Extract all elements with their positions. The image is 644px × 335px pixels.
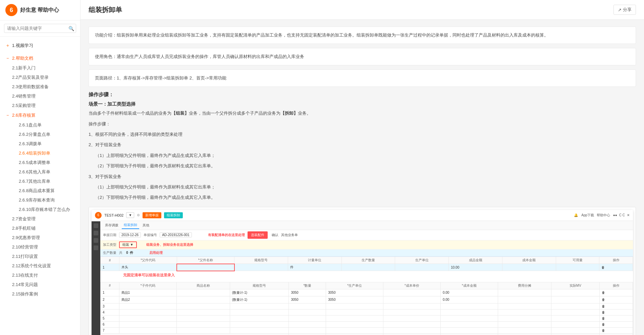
assembly-step2: （2）下部明细为子件明细，最终作为原材料生成其它出库单。 <box>95 162 636 170</box>
table-row-bottom-4: 4🗑 <box>101 309 633 315</box>
sidebar-item-purchase[interactable]: 2.5采购管理 <box>0 101 80 110</box>
nav-section-1: ＋ 1.视频学习 <box>0 39 80 52</box>
sidebar-nav: ＋ 1.视频学习 － 2.帮助文档 2.1新手入门 2.2产品安装及登录 2.3… <box>0 37 80 335</box>
mock-titlebar-right: 🔔 App下载 帮助中心 ●● C C ✕ <box>574 213 630 218</box>
table-row-bottom-3: 3🗑 <box>101 303 633 309</box>
sidebar-item-label-2: 2.帮助文档 <box>12 55 33 61</box>
mock-type-select[interactable]: 组装 ▼ <box>119 241 137 248</box>
main-content: 功能介绍：组装拆卸单用来处理企业组装或拆卸等加工业务，支持有固定装配清单的产品加… <box>80 20 644 335</box>
sidebar-item-sales[interactable]: 2.4销售管理 <box>0 92 80 101</box>
sidebar-item-data-prep[interactable]: 2.3使用前数据准备 <box>0 82 80 92</box>
annotation-no-bom: 无固定清单可以组装在这里录入 <box>123 273 175 278</box>
sidebar-item-payment[interactable]: 2.13在线支付 <box>0 271 80 280</box>
sidebar-item-help-docs[interactable]: － 2.帮助文档 <box>0 53 80 63</box>
mock-tab-assembly-active[interactable]: 组装拆卸 <box>122 222 139 229</box>
mock-prod-header: 生产数量 共 0 件 启用处理 <box>100 249 633 257</box>
sidebar-item-inventory-error[interactable]: 2.6.10库存账本错了怎么办 <box>7 205 80 214</box>
sidebar-item-inventory-query[interactable]: 2.6.9库存账本查询 <box>7 196 80 205</box>
mock-user-cc: C C <box>619 213 625 217</box>
step3: 3、对于拆装业务 <box>89 173 636 180</box>
mock-form-area: 库存调拨 组装拆卸 其他 单据日期 2019-12-26 单据编号 AD-201… <box>100 221 633 335</box>
mock-add-btn[interactable]: 新增单据 <box>143 212 161 218</box>
sidebar-item-other-in[interactable]: 2.6.6其他入库单 <box>7 167 80 177</box>
mock-tab-other[interactable]: 其他 <box>141 222 151 229</box>
scene1-title: 场景一：加工类型选择 <box>89 101 636 107</box>
sidebar-item-inventory[interactable]: － 2.6库存核算 <box>0 110 80 120</box>
mock-date-input[interactable]: 2019-12-26 <box>119 232 141 237</box>
sidebar-item-print[interactable]: 2.11打印设置 <box>0 252 80 261</box>
mock-form-label-date: 单据日期 <box>103 233 116 237</box>
mock-select-bom-btn[interactable]: 选装配件 <box>248 231 268 239</box>
main-header: 组装拆卸单 ↗ 分享 <box>80 0 644 20</box>
mock-close[interactable]: ✕ <box>627 213 630 217</box>
main-content-area: 组装拆卸单 ↗ 分享 功能介绍：组装拆卸单用来处理企业组装或拆卸等加工业务，支持… <box>80 0 644 335</box>
scene1-desc: 当由多个子件材料组装成一个成品的业务为【组装】业务，当由一个父件拆分成多个子产品… <box>89 109 636 117</box>
sidebar-item-video[interactable]: ＋ 1.视频学习 <box>0 41 80 51</box>
sidebar-item-coupon[interactable]: 2.9优惠券管理 <box>0 233 80 242</box>
mock-nav-icon-3 <box>94 238 98 243</box>
nav-sub-items-2: 2.1新手入门 2.2产品安装及登录 2.3使用前数据准备 2.4销售管理 2.… <box>0 63 80 299</box>
assembly-step1: （1）上部明细为父件明细，最终作为产成品生成其它入库单； <box>95 152 636 159</box>
nav-sub-items-26: 2.6.1盘点单 2.6.2分量盘点单 2.6.3调拨单 2.6.4组装拆卸单 … <box>0 120 80 214</box>
mock-th-actions: 操作 <box>599 257 633 264</box>
disassembly-step2: （2）下部明细为子件明细，最终作为产成品生成其它入库单。 <box>95 193 636 201</box>
steps-title-text: 操作步骤： <box>89 120 636 128</box>
share-icon: ↗ <box>618 7 622 12</box>
mock-form-fields: 单据日期 2019-12-26 单据编号 AD-20191226-001 有装配… <box>100 230 633 240</box>
sidebar-item-cost-recalc[interactable]: 2.6.8商品成本重算 <box>7 186 80 196</box>
step2: 2、对于组装业务 <box>89 141 636 149</box>
share-button[interactable]: ↗ 分享 <box>613 5 636 15</box>
sidebar-item-mobile[interactable]: 2.8手机旺铺 <box>0 224 80 233</box>
sidebar-item-assembly[interactable]: 2.6.4组装拆卸单 <box>7 149 80 158</box>
mock-settings-icon: ⚙ <box>137 213 140 217</box>
step1: 1、根据不同的业务，选择不同单据的类型来处理 <box>89 130 636 138</box>
sidebar-item-other-out[interactable]: 2.6.7其他出库单 <box>7 177 80 186</box>
sidebar-item-partial-stocktake[interactable]: 2.6.2分量盘点单 <box>7 130 80 139</box>
mock-tab-active[interactable]: 组装拆卸 <box>164 212 183 218</box>
nav-section-2: － 2.帮助文档 2.1新手入门 2.2产品安装及登录 2.3使用前数据准备 2… <box>0 52 80 300</box>
function-intro-block: 功能介绍：组装拆卸单用来处理企业组装或拆卸等加工业务，支持有固定装配清单的产品加… <box>89 26 636 44</box>
mock-th-unit: 计量单位 <box>288 257 341 264</box>
site-title: 好生意 帮助中心 <box>20 7 59 14</box>
annotation-bom: 有装配清单的在这里处理 <box>208 233 245 237</box>
operation-steps-title: 操作步骤： <box>89 92 636 98</box>
plus-icon-1: ＋ <box>5 43 10 49</box>
sidebar-item-transfer[interactable]: 2.6.3调拨单 <box>7 139 80 149</box>
sidebar-item-stocktake[interactable]: 2.6.1盘点单 <box>7 120 80 130</box>
mock-prod-label: 生产数量 共 <box>103 250 123 255</box>
mock-top-table-wrapper: # *父件代码 *父件名称 规格型号 计量单位 生产数量 生产单位 成品金额 成… <box>100 257 633 271</box>
sidebar-item-faq[interactable]: 2.14常见问题 <box>0 280 80 289</box>
role-intro-text: 使用角色：通常由生产人员或库管人员完成拆装业务的操作，库管人员确认原材料的出库和… <box>95 54 304 59</box>
table-row-bottom-5: 5🗑 <box>101 315 633 321</box>
page-title: 组装拆卸单 <box>89 5 122 14</box>
assembly-sub-steps: （1）上部明细为父件明细，最终作为产成品生成其它入库单； （2）下部明细为子件明… <box>95 152 636 170</box>
mock-th-costamt: 成本金额 <box>502 257 556 264</box>
sidebar-item-cases[interactable]: 2.15操作案例 <box>0 289 80 299</box>
mock-nav-icon-1 <box>94 223 98 228</box>
table-row-bottom-6: 6🗑 <box>101 321 633 327</box>
mock-company: TEST-H002 <box>104 213 123 217</box>
table-row-bottom-1: 1 商品1 (数量计-1) 3050 3050 0.00 <box>101 289 633 296</box>
mock-logo: 6 <box>95 212 102 219</box>
search-button[interactable]: 🔍 <box>68 26 74 31</box>
mock-bottom-table-wrapper: # *子件代码 商品名称 规格型号 *数量 *生产单位 *成本单价 *成本金额 … <box>100 282 633 335</box>
sidebar-item-management[interactable]: 2.10经营管理 <box>0 242 80 252</box>
sidebar-item-finance[interactable]: 2.7资金管理 <box>0 214 80 224</box>
mock-tab-save[interactable]: 库存调拨 <box>103 222 120 229</box>
sidebar-item-newbie[interactable]: 2.1新手入门 <box>0 63 80 73</box>
mock-th-pname: *父件名称 <box>177 257 234 264</box>
mock-selector[interactable]: ▼ <box>126 212 134 218</box>
mock-type-label: 加工类型 <box>103 242 116 247</box>
search-input[interactable] <box>4 24 76 33</box>
minus-icon-2: － <box>5 55 10 61</box>
mock-code-input[interactable]: AD-20191226-001 <box>160 232 192 237</box>
annotation-type: 组装业务、拆卸业务在这里选择 <box>146 242 193 247</box>
sidebar-item-install[interactable]: 2.2产品安装及登录 <box>0 73 80 82</box>
sidebar-item-cost-adjust[interactable]: 2.6.5成本调整单 <box>7 158 80 167</box>
mock-th-pcode: *父件代码 <box>119 257 177 264</box>
operation-steps-section: 操作步骤： 场景一：加工类型选择 当由多个子件材料组装成一个成品的业务为【组装】… <box>89 92 636 202</box>
mock-prod-count: 0 件 <box>126 250 133 255</box>
mock-left-nav <box>92 221 100 335</box>
sidebar-item-customization[interactable]: 2.12系统个性化设置 <box>0 261 80 271</box>
path-intro-block: 页面路径：1、库存核算->库存管理->组装拆卸单 2、首页->常用功能 <box>89 69 636 87</box>
